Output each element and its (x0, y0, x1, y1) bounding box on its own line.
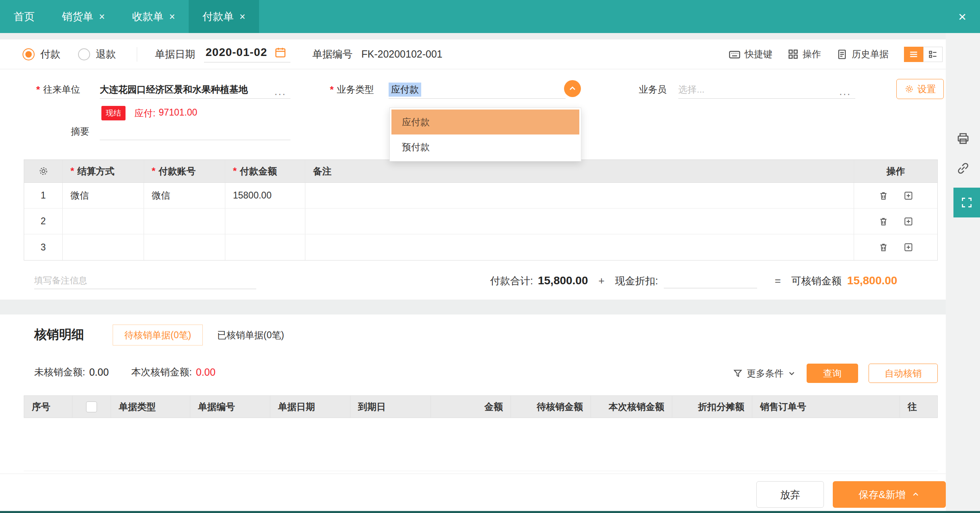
toolbar-right-group: 快捷键 操作 历史单据 (729, 47, 946, 62)
trash-icon[interactable] (878, 242, 889, 252)
current-writeoff-label: 本次核销金额: (131, 366, 192, 379)
cell-remark[interactable] (305, 209, 854, 234)
cell-remark[interactable] (305, 183, 854, 208)
window-bottom-edge (0, 511, 980, 513)
trash-icon[interactable] (878, 190, 889, 201)
operation-label: 操作 (803, 48, 821, 60)
salesman-input[interactable]: 选择... ... (678, 81, 855, 99)
list-view-icon (908, 49, 919, 60)
radio-payment-label: 付款 (40, 48, 60, 61)
cell-settle-method[interactable] (63, 209, 144, 234)
funnel-icon (733, 368, 743, 379)
settings-button[interactable]: 设置 (896, 79, 944, 99)
discard-button[interactable]: 放弃 (756, 481, 824, 508)
cell-pay-account[interactable] (144, 209, 225, 234)
close-tab-icon[interactable]: × (99, 12, 105, 22)
cell-settle-method[interactable]: 微信 (63, 183, 144, 208)
close-window-icon[interactable]: × (945, 0, 980, 33)
expand-icon[interactable] (953, 188, 980, 217)
dropdown-option-payable[interactable]: 应付款 (391, 110, 579, 134)
view-toggle (904, 47, 943, 62)
header-sales-order-no: 销售订单号 (752, 396, 900, 418)
date-input[interactable]: 2020-01-02 (204, 46, 290, 62)
more-conditions-button[interactable]: 更多条件 (733, 367, 796, 380)
cell-pay-account[interactable] (144, 234, 225, 260)
remark-input[interactable]: 填写备注信息 (34, 272, 256, 289)
salesman-placeholder: 选择... (678, 83, 704, 96)
more-conditions-label: 更多条件 (747, 367, 784, 380)
date-value: 2020-01-02 (206, 46, 267, 59)
header-amount: 金额 (431, 396, 511, 418)
biztype-input[interactable]: 应付款 (389, 81, 566, 99)
header-due-date: 到期日 (350, 396, 431, 418)
header-select-all[interactable] (72, 396, 111, 418)
required-star: * (330, 84, 334, 95)
discount-label: 现金折扣: (615, 274, 658, 288)
right-toolbar-rail (946, 33, 980, 513)
column-settings-cell[interactable] (24, 160, 63, 182)
save-and-new-button[interactable]: 保存&新增 (833, 481, 946, 508)
header-remark: 备注 (305, 160, 854, 182)
radio-refund[interactable]: 退款 (78, 48, 116, 61)
header-seq: 序号 (24, 396, 72, 418)
writeoff-table-header: 序号 单据类型 单据编号 单据日期 到期日 金额 待核销金额 本次核销金额 折扣… (24, 395, 938, 418)
auto-writeoff-button[interactable]: 自动核销 (869, 364, 938, 383)
biztype-collapse-button[interactable] (564, 80, 581, 97)
dropdown-option-prepaid[interactable]: 预付款 (391, 134, 579, 159)
cell-pay-amount[interactable] (225, 234, 305, 260)
settlement-badge: 现结 (101, 106, 126, 120)
header-discount-share: 折扣分摊额 (672, 396, 752, 418)
tab-payment-order[interactable]: 付款单 × (189, 0, 259, 33)
equals-sign: = (775, 275, 781, 287)
cell-settle-method[interactable] (63, 234, 144, 260)
cell-remark[interactable] (305, 234, 854, 260)
header-doc-type: 单据类型 (111, 396, 190, 418)
printer-icon[interactable] (956, 131, 970, 146)
cell-pay-amount[interactable] (225, 209, 305, 234)
tab-bar: 首页 销货单 × 收款单 × 付款单 × × (0, 0, 980, 33)
summary-label: 摘要 (71, 125, 89, 138)
checkbox-icon[interactable] (86, 401, 97, 412)
header-operations: 操作 (854, 160, 937, 182)
tab-receipt-order[interactable]: 收款单 × (119, 0, 189, 33)
cell-pay-account[interactable]: 微信 (144, 183, 225, 208)
writeoff-stats: 未核销金额: 0.00 本次核销金额: 0.00 (34, 366, 216, 379)
list-view-button[interactable] (904, 47, 923, 62)
payment-lines-table: *结算方式 *付款账号 *付款金额 备注 操作 1 微信 微信 15800.00… (24, 159, 938, 261)
biztype-label-group: * 业务类型 (330, 83, 374, 96)
table-row: 3 (24, 234, 937, 260)
biztype-label: 业务类型 (337, 83, 374, 96)
shortcut-button[interactable]: 快捷键 (729, 48, 772, 60)
tab-home[interactable]: 首页 (0, 0, 48, 33)
add-row-icon[interactable] (903, 190, 914, 201)
tab-sales-order[interactable]: 销货单 × (48, 0, 119, 33)
add-row-icon[interactable] (903, 216, 914, 227)
plus-sign: + (599, 275, 605, 287)
tab-writtenoff-documents[interactable]: 已核销单据(0笔) (206, 325, 295, 345)
cell-pay-amount[interactable]: 15800.00 (225, 183, 305, 208)
trash-icon[interactable] (878, 216, 889, 227)
link-icon[interactable] (956, 161, 970, 175)
close-tab-icon[interactable]: × (239, 12, 245, 22)
contact-lookup-icon[interactable]: ... (274, 87, 286, 97)
contact-input[interactable]: 大连花园口经济区景和水果种植基地 ... (100, 81, 290, 99)
tab-receipt-order-label: 收款单 (132, 10, 164, 24)
tab-pending-documents[interactable]: 待核销单据(0笔) (113, 325, 203, 345)
discount-input[interactable] (664, 273, 757, 288)
tab-home-label: 首页 (14, 10, 35, 24)
card-view-button[interactable] (923, 47, 943, 62)
toolbar-divider (137, 47, 137, 62)
chevron-up-icon (911, 490, 920, 499)
operation-button[interactable]: 操作 (788, 48, 821, 60)
radio-payment[interactable]: 付款 (23, 48, 60, 61)
calendar-icon[interactable] (274, 46, 286, 58)
salesman-lookup-icon[interactable]: ... (839, 87, 851, 97)
history-button[interactable]: 历史单据 (836, 48, 889, 60)
history-label: 历史单据 (852, 48, 889, 60)
writeoff-table-empty-body (24, 418, 938, 471)
add-row-icon[interactable] (903, 242, 914, 252)
query-button[interactable]: 查询 (807, 364, 858, 383)
header-current-amount: 本次核销金额 (591, 396, 672, 418)
summary-input[interactable] (100, 122, 290, 140)
close-tab-icon[interactable]: × (169, 12, 175, 22)
